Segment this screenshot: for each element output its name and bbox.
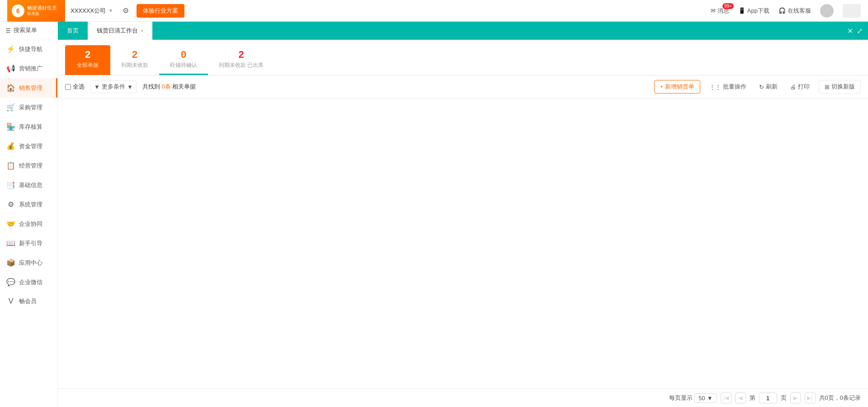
page-prefix: 第 [750, 394, 755, 402]
page-size-selector: 每页显示 50 ▼ [669, 393, 717, 403]
sidebar-item-marketing[interactable]: 📢 营销推广 [0, 59, 57, 78]
tab-maximize-button[interactable]: ⤢ [857, 27, 863, 35]
tab-active[interactable]: 钱货日清工作台 × [88, 22, 152, 40]
logo-area: 6 畅捷通好生意 标准版 [7, 0, 65, 22]
new-version-button[interactable]: ⊞ 切换新版 [819, 80, 861, 94]
page-size-arrow-icon: ▼ [707, 395, 713, 402]
online-service-button[interactable]: 🎧 在线客服 [778, 7, 811, 15]
stat-label-2: 旺铺待确认 [170, 61, 197, 69]
app-center-label: 应用中心 [19, 259, 42, 267]
page-size-dropdown[interactable]: 50 ▼ [694, 393, 717, 403]
sidebar-item-system[interactable]: ⚙ 系统管理 [0, 195, 57, 214]
stat-tab-2[interactable]: 0 旺铺待确认 [159, 45, 208, 75]
refresh-button[interactable]: ↻ 刷新 [755, 81, 781, 93]
batch-icon: ⋮⋮ [709, 84, 721, 90]
new-version-label: 切换新版 [831, 83, 855, 91]
basic-info-label: 基础信息 [19, 181, 42, 189]
stat-label-0: 全部单据 [77, 61, 99, 69]
finance-label: 资金管理 [19, 142, 42, 150]
batch-label: 批量操作 [723, 83, 746, 91]
sidebar-item-operations[interactable]: 📋 经营管理 [0, 156, 57, 175]
guide-icon: 📖 [6, 239, 15, 248]
found-text: 共找到 0条 相关单据 [142, 83, 196, 91]
page-suffix: 页 [781, 394, 787, 402]
page-number-input[interactable] [759, 393, 777, 403]
message-icon: ✉ [711, 7, 716, 14]
sidebar-item-quick-nav[interactable]: ⚡ 快捷导航 [0, 39, 57, 59]
stat-num-3: 2 [239, 49, 244, 61]
sidebar-item-purchase[interactable]: 🛒 采购管理 [0, 98, 57, 117]
stat-num-1: 2 [132, 49, 137, 61]
tab-bar: 首页 钱货日清工作台 × ✕ ⤢ [58, 22, 868, 40]
tab-minimize-button[interactable]: ✕ [847, 27, 853, 35]
stats-tabs: 2 全部单据 2 到期未收款 0 旺铺待确认 2 到期未收款 已出库 [58, 40, 868, 75]
message-button[interactable]: ✉ 消息 99+ [711, 7, 729, 15]
sidebar: ☰ 搜索菜单 ⚡ 快捷导航 📢 营销推广 🏠 销售管理 🛒 采购管理 🏪 库存核… [0, 22, 58, 407]
search-menu[interactable]: ☰ 搜索菜单 [0, 22, 57, 39]
logo-icon: 6 [12, 5, 24, 17]
settings-button[interactable]: ⚙ [118, 4, 133, 18]
marketing-icon: 📢 [6, 64, 15, 73]
content-area: 2 全部单据 2 到期未收款 0 旺铺待确认 2 到期未收款 已出库 全选 ▼ … [58, 40, 868, 407]
enterprise-label: 企业协同 [19, 220, 42, 228]
print-label: 打印 [798, 83, 810, 91]
tab-close-icon[interactable]: × [141, 28, 143, 33]
first-page-button[interactable]: |◀ [721, 393, 731, 403]
select-all-input[interactable] [65, 84, 71, 90]
page-size-label: 每页显示 [669, 394, 693, 402]
app-download-button[interactable]: 📱 App下载 [738, 7, 769, 15]
tab-controls: ✕ ⤢ [842, 27, 868, 35]
company-selector[interactable]: XXXXXX公司 ▼ [65, 7, 118, 15]
filter-dropdown-icon: ▼ [127, 84, 133, 90]
table-area [58, 98, 868, 388]
experience-button[interactable]: 体验行业方案 [137, 4, 184, 18]
user-menu[interactable] [843, 4, 861, 18]
filter-label: 更多条件 [102, 83, 125, 91]
stat-label-3: 到期未收款 已出库 [219, 61, 264, 69]
stat-tab-3[interactable]: 2 到期未收款 已出库 [208, 45, 274, 75]
tab-home[interactable]: 首页 [58, 22, 88, 40]
stat-num-0: 2 [85, 49, 90, 61]
new-version-icon: ⊞ [825, 84, 830, 90]
quick-nav-label: 快捷导航 [19, 45, 42, 53]
purchase-icon: 🛒 [6, 103, 15, 112]
tab-active-label: 钱货日清工作台 [97, 27, 138, 35]
filter-button[interactable]: ▼ 更多条件 ▼ [90, 80, 137, 93]
sidebar-item-member[interactable]: V 畅会员 [0, 292, 57, 311]
quick-nav-icon: ⚡ [6, 45, 15, 53]
sidebar-item-wechat[interactable]: 💬 企业微信 [0, 272, 57, 292]
company-dropdown-arrow: ▼ [108, 8, 113, 13]
stat-tab-1[interactable]: 2 到期未收款 [110, 45, 159, 75]
sidebar-item-finance[interactable]: 💰 资金管理 [0, 136, 57, 156]
inventory-label: 库存核算 [19, 123, 42, 131]
sales-label: 销售管理 [19, 84, 42, 92]
app-download-label: App下载 [747, 7, 769, 15]
toolbar-left: 全选 ▼ 更多条件 ▼ 共找到 0条 相关单据 [65, 80, 649, 93]
refresh-label: 刷新 [766, 83, 778, 91]
last-page-button[interactable]: ▶| [805, 393, 816, 403]
add-sales-order-button[interactable]: + 新增销货单 [654, 80, 700, 94]
system-icon: ⚙ [6, 200, 15, 209]
message-badge: 99+ [722, 3, 734, 9]
found-suffix: 相关单据 [172, 83, 196, 90]
select-all-label: 全选 [73, 83, 85, 91]
logo-badge: 标准版 [27, 11, 57, 17]
page-size-value: 50 [698, 395, 705, 402]
next-page-button[interactable]: ▶ [790, 393, 801, 403]
top-right-area: ✉ 消息 99+ 📱 App下载 🎧 在线客服 [711, 4, 861, 18]
sidebar-item-app-center[interactable]: 📦 应用中心 [0, 253, 57, 272]
sidebar-item-inventory[interactable]: 🏪 库存核算 [0, 117, 57, 136]
sidebar-item-enterprise[interactable]: 🤝 企业协同 [0, 214, 57, 234]
total-info: 共0页，0条记录 [819, 394, 861, 402]
sidebar-item-guide[interactable]: 📖 新手引导 [0, 234, 57, 253]
sidebar-item-basic-info[interactable]: 📑 基础信息 [0, 175, 57, 195]
tab-home-label: 首页 [67, 27, 79, 35]
print-button[interactable]: 🖨 打印 [787, 81, 813, 93]
select-all-checkbox[interactable]: 全选 [65, 83, 85, 91]
member-label: 畅会员 [19, 297, 37, 305]
stat-tab-0[interactable]: 2 全部单据 [65, 45, 110, 75]
avatar[interactable] [820, 4, 834, 18]
batch-operation-button[interactable]: ⋮⋮ 批量操作 [706, 81, 750, 93]
prev-page-button[interactable]: ◀ [735, 393, 746, 403]
sidebar-item-sales[interactable]: 🏠 销售管理 [0, 78, 57, 98]
